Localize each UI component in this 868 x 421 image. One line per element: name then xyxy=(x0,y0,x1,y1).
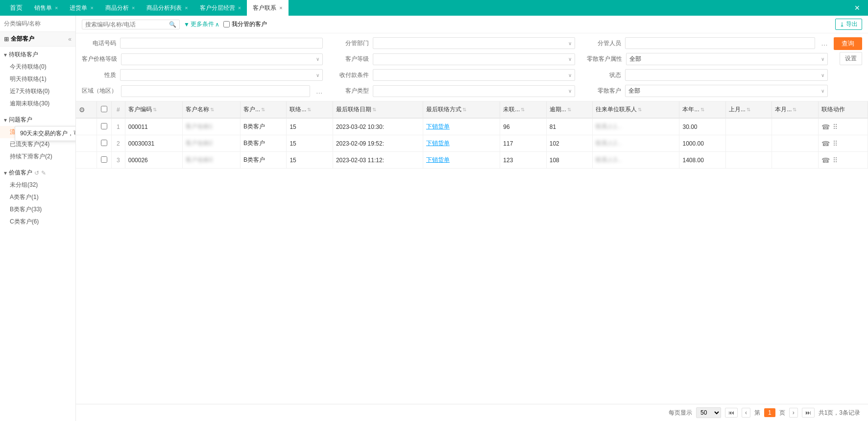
my-customers-checkbox[interactable]: 我分管的客户 xyxy=(223,20,267,28)
row-last-method-link[interactable]: 下销货单 xyxy=(426,140,450,147)
sidebar-item-unclassified[interactable]: 未分组(32) xyxy=(0,179,75,191)
last-method-col-header[interactable]: 最后联络方式 ⇅ xyxy=(423,101,500,118)
row-last-date-cell: 2023-02-03 11:12: xyxy=(333,152,423,169)
sidebar-item-today[interactable]: 今天待联络(0) xyxy=(0,61,75,73)
sidebar-item-tomorrow[interactable]: 明天待联络(1) xyxy=(0,73,75,85)
sidebar-item-class-c[interactable]: C类客户(6) xyxy=(0,216,75,228)
last-date-col-header[interactable]: 最后联络日期 ⇅ xyxy=(333,101,423,118)
sidebar-collapse-button[interactable]: « xyxy=(68,36,72,43)
sidebar-item-class-a[interactable]: A类客户(1) xyxy=(0,191,75,203)
main-search-input[interactable] xyxy=(85,21,169,28)
cust-level-select[interactable]: ∨ xyxy=(373,53,576,65)
contact-action-icon[interactable]: ☎ xyxy=(821,123,830,131)
name-col-label: 客户名称 xyxy=(186,105,209,114)
last-page-button[interactable]: ⏭ xyxy=(802,408,815,418)
manager-dots[interactable]: … xyxy=(821,39,828,47)
arrow-icon-3: ▾ xyxy=(4,170,7,176)
first-page-button[interactable]: ⏮ xyxy=(725,408,738,418)
page-size-select[interactable]: 50 20 100 xyxy=(696,407,721,418)
action-col-header: 联络动作 xyxy=(818,101,868,118)
tab-purchase[interactable]: 进货单 × xyxy=(64,0,99,16)
more-action-icon[interactable]: ⠿ xyxy=(833,156,838,164)
settings-col-header[interactable]: ⚙ xyxy=(76,101,96,118)
sidebar-group-problem-header[interactable]: ▾ 问题客户 xyxy=(0,114,75,126)
row-checkbox[interactable] xyxy=(101,156,107,163)
window-close-button[interactable]: ✕ xyxy=(850,4,864,12)
row-checkbox-cell xyxy=(96,152,111,169)
more-action-icon[interactable]: ⠿ xyxy=(833,140,838,148)
uncontacted-col-header[interactable]: 未联... ⇅ xyxy=(500,101,546,118)
retail-attr-select[interactable]: 全部 ∨ xyxy=(626,53,828,65)
my-customers-check-input[interactable] xyxy=(223,21,230,27)
row-name-value: 客户名称1 xyxy=(186,123,213,130)
num-col-header: # xyxy=(111,101,125,118)
row-unit-contact-value: 联系人3... xyxy=(596,156,622,163)
row-contact-cell: 15 xyxy=(287,152,333,169)
home-tab[interactable]: 首页 xyxy=(4,0,28,16)
prev-page-button[interactable]: ‹ xyxy=(742,408,750,418)
cust-type-select[interactable]: ∨ xyxy=(373,85,576,97)
main-search-icon[interactable]: 🔍 xyxy=(169,21,176,28)
sidebar-item-class-b[interactable]: B类客户(33) xyxy=(0,203,75,216)
row-checkbox[interactable] xyxy=(101,123,107,129)
last-month-col-header[interactable]: 上月... ⇅ xyxy=(725,101,772,118)
table-row: 3 000026 客户名称3 B类客户 15 2023-02-03 11:12:… xyxy=(76,152,868,169)
contact-col-header[interactable]: 联络... ⇅ xyxy=(287,101,333,118)
manager-select[interactable] xyxy=(625,37,815,49)
retail-cust-select[interactable]: 全部 ∨ xyxy=(625,85,828,97)
payment-select[interactable]: ∨ xyxy=(373,69,576,81)
region-dots[interactable]: … xyxy=(316,87,323,95)
query-button[interactable]: 查询 xyxy=(834,37,862,50)
overdue-col-header[interactable]: 逾期... ⇅ xyxy=(546,101,592,118)
tab-purchase-close[interactable]: × xyxy=(90,5,93,11)
value-group-refresh[interactable]: ↺ xyxy=(34,170,39,176)
price-level-select[interactable]: ∨ xyxy=(121,53,323,65)
type-col-header[interactable]: 客户... ⇅ xyxy=(240,101,286,118)
tab-analysis-close[interactable]: × xyxy=(132,5,135,11)
tab-analysis-list-close[interactable]: × xyxy=(185,5,188,11)
action-icons: ☎ ⠿ xyxy=(821,156,865,164)
nature-select[interactable]: ∨ xyxy=(120,69,323,81)
filter-cell-status: 状态 ∨ xyxy=(587,69,828,81)
overdue-sort-icon: ⇅ xyxy=(567,107,571,112)
tab-customer-contact-close[interactable]: × xyxy=(279,5,282,11)
sidebar-search-input[interactable] xyxy=(4,20,76,27)
tab-sales[interactable]: 销售单 × xyxy=(28,0,64,16)
value-group-edit[interactable]: ✎ xyxy=(41,170,46,176)
row-num-cell: 1 xyxy=(111,118,125,135)
select-all-checkbox[interactable] xyxy=(101,106,107,112)
tab-analysis[interactable]: 商品分析 × xyxy=(99,0,141,16)
tab-customer-contact[interactable]: 客户联系 × xyxy=(247,0,288,16)
contact-action-icon[interactable]: ☎ xyxy=(821,156,830,164)
next-page-button[interactable]: › xyxy=(789,408,798,418)
tab-customer-layer[interactable]: 客户分层经营 × xyxy=(194,0,247,16)
phone-input[interactable] xyxy=(120,38,323,49)
sidebar-group-value-header[interactable]: ▾ 价值客户 ↺ ✎ xyxy=(0,167,75,179)
more-conditions-button[interactable]: ▼ 更多条件 ∧ xyxy=(184,20,219,28)
this-year-col-header[interactable]: 本年... ⇅ xyxy=(679,101,725,118)
settings-gear-icon[interactable]: ⚙ xyxy=(79,106,85,114)
this-month-col-header[interactable]: 本月... ⇅ xyxy=(772,101,818,118)
row-checkbox[interactable] xyxy=(101,140,107,146)
export-button[interactable]: ⤓ 导出 xyxy=(835,19,862,30)
sidebar-item-overdue[interactable]: 逾期未联络(30) xyxy=(0,98,75,110)
sidebar-item-declining[interactable]: 持续下滑客户(2) xyxy=(0,150,75,163)
sidebar-item-7days[interactable]: 近7天待联络(0) xyxy=(0,85,75,98)
row-last-method-link[interactable]: 下销货单 xyxy=(426,156,450,163)
table-row: 2 00030031 客户名称2 B类客户 15 2023-02-09 19:5… xyxy=(76,135,868,152)
sidebar-group-pending-header[interactable]: ▾ 待联络客户 xyxy=(0,49,75,61)
name-col-header[interactable]: 客户名称 ⇅ xyxy=(183,101,241,118)
status-select[interactable]: ∨ xyxy=(625,69,828,81)
settings-button[interactable]: 设置 xyxy=(840,52,862,65)
row-last-method-link[interactable]: 下销货单 xyxy=(426,123,450,130)
region-select[interactable] xyxy=(121,85,310,97)
contact-action-icon[interactable]: ☎ xyxy=(821,140,830,148)
code-col-header[interactable]: 客户编码 ⇅ xyxy=(125,101,183,118)
tab-analysis-list[interactable]: 商品分析列表 × xyxy=(141,0,193,16)
this-year-sort-icon: ⇅ xyxy=(700,107,704,112)
more-action-icon[interactable]: ⠿ xyxy=(833,123,838,131)
dept-select[interactable]: ∨ xyxy=(373,37,576,49)
tab-customer-layer-close[interactable]: × xyxy=(238,5,241,11)
tab-sales-close[interactable]: × xyxy=(55,5,58,11)
unit-contact-col-header[interactable]: 往来单位联系人 ⇅ xyxy=(593,101,679,118)
